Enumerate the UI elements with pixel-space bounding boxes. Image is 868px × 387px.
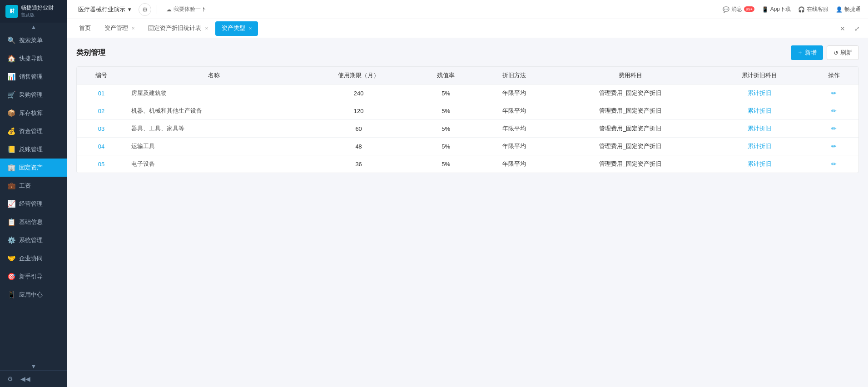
app-download-button[interactable]: 📱 App下载 xyxy=(762,5,791,13)
guide-icon: 🎯 xyxy=(7,273,15,281)
logo-icon: 财 xyxy=(5,5,18,18)
cell-action-0[interactable]: ✏ xyxy=(809,84,858,102)
col-actions: 操作 xyxy=(809,67,858,84)
tab-home[interactable]: 首页 xyxy=(73,20,97,37)
tab-depreciation-close[interactable]: × xyxy=(205,25,208,31)
cell-period-4: 36 xyxy=(302,155,415,173)
tab-asset-type[interactable]: 资产类型 × xyxy=(215,21,258,36)
cell-action-4[interactable]: ✏ xyxy=(809,155,858,173)
edit-icon[interactable]: ✏ xyxy=(831,160,837,168)
sidebar-item-salary[interactable]: 💼 工资 xyxy=(0,177,67,195)
cell-method-1: 年限平均 xyxy=(477,102,551,120)
messages-label: 消息 xyxy=(731,5,742,13)
edit-icon[interactable]: ✏ xyxy=(831,89,837,97)
chevron-down-icon: ▾ xyxy=(128,6,131,13)
sales-icon: 📊 xyxy=(7,73,15,81)
basic-info-icon: 📋 xyxy=(7,218,15,226)
cell-expense-1: 管理费用_固定资产折旧 xyxy=(551,102,709,120)
sidebar-item-operations[interactable]: 📈 经营管理 xyxy=(0,195,67,213)
sidebar-item-fixed-assets[interactable]: 🏢 固定资产 xyxy=(0,159,67,177)
cell-accumulated-4: 累计折旧 xyxy=(709,155,809,173)
refresh-button[interactable]: ↺ 刷新 xyxy=(827,45,859,60)
table-body: 01 房屋及建筑物 240 5% 年限平均 管理费用_固定资产折旧 累计折旧 ✏… xyxy=(77,84,858,173)
sidebar-item-quick-nav[interactable]: 🏠 快捷导航 xyxy=(0,50,67,68)
sidebar-nav: 🔍 搜索菜单 🏠 快捷导航 📊 销售管理 🛒 采购管理 📦 库存核算 💰 资金管… xyxy=(0,31,67,362)
expand-window-button[interactable]: ⤢ xyxy=(852,23,863,34)
page-header: 类别管理 ＋ 新增 ↺ 刷新 xyxy=(76,45,859,60)
refresh-icon: ↺ xyxy=(833,50,838,56)
sidebar-item-basic-info[interactable]: 📋 基础信息 xyxy=(0,213,67,231)
cell-method-2: 年限平均 xyxy=(477,120,551,138)
user-button[interactable]: 👤 畅捷通 xyxy=(836,5,861,13)
tab-depreciation-table[interactable]: 固定资产折旧统计表 × xyxy=(142,20,214,37)
cell-action-2[interactable]: ✏ xyxy=(809,120,858,138)
module-selector[interactable]: 医疗器械行业演示 ▾ xyxy=(74,4,135,15)
settings-icon[interactable]: ⚙ xyxy=(7,375,13,382)
app-label: App下载 xyxy=(770,5,791,13)
tab-asset-type-label: 资产类型 xyxy=(222,24,245,32)
sidebar-item-label: 新手引导 xyxy=(19,273,43,281)
sidebar-item-guide[interactable]: 🎯 新手引导 xyxy=(0,268,67,286)
col-method: 折旧方法 xyxy=(477,67,551,84)
table-row: 01 房屋及建筑物 240 5% 年限平均 管理费用_固定资产折旧 累计折旧 ✏ xyxy=(77,84,858,102)
cell-id-4: 05 xyxy=(77,155,126,173)
page-actions: ＋ 新增 ↺ 刷新 xyxy=(791,45,859,60)
sidebar-item-capital[interactable]: 💰 资金管理 xyxy=(0,122,67,140)
customer-service-button[interactable]: 🎧 在线客服 xyxy=(798,5,828,13)
cell-expense-2: 管理费用_固定资产折旧 xyxy=(551,120,709,138)
cell-name-1: 机器、机械和其他生产设备 xyxy=(126,102,303,120)
message-icon: 💬 xyxy=(723,6,729,13)
cell-name-3: 运输工具 xyxy=(126,138,303,155)
cell-accumulated-3: 累计折旧 xyxy=(709,138,809,155)
cell-method-4: 年限平均 xyxy=(477,155,551,173)
experience-button[interactable]: ☁ 我要体验一下 xyxy=(163,4,210,15)
purchase-icon: 🛒 xyxy=(7,91,15,99)
scroll-down-arrow[interactable]: ▼ xyxy=(0,362,67,370)
category-table: 编号 名称 使用期限（月） 残值率 折旧方法 费用科目 累计折旧科目 操作 01… xyxy=(76,66,859,173)
sidebar-item-system[interactable]: ⚙️ 系统管理 xyxy=(0,231,67,249)
tab-asset-type-close[interactable]: × xyxy=(249,25,252,31)
module-name: 医疗器械行业演示 xyxy=(78,5,125,14)
search-icon: 🔍 xyxy=(7,36,15,45)
cell-residual-0: 5% xyxy=(415,84,477,102)
col-name: 名称 xyxy=(126,67,303,84)
edit-icon[interactable]: ✏ xyxy=(831,107,837,114)
user-icon: 👤 xyxy=(836,6,843,13)
col-expense: 费用科目 xyxy=(551,67,709,84)
sidebar-item-ledger[interactable]: 📒 总账管理 xyxy=(0,140,67,159)
close-window-button[interactable]: ✕ xyxy=(837,23,848,34)
table-row: 03 器具、工具、家具等 60 5% 年限平均 管理费用_固定资产折旧 累计折旧… xyxy=(77,120,858,138)
scroll-up-arrow[interactable]: ▲ xyxy=(0,23,67,31)
edit-icon[interactable]: ✏ xyxy=(831,125,837,132)
content-area: 类别管理 ＋ 新增 ↺ 刷新 编号 名称 使用期限（月） xyxy=(67,38,868,387)
operations-icon: 📈 xyxy=(7,200,15,208)
sidebar-item-enterprise[interactable]: 🤝 企业协同 xyxy=(0,249,67,268)
settings-button[interactable]: ⚙ xyxy=(139,3,151,16)
sidebar-item-purchase[interactable]: 🛒 采购管理 xyxy=(0,86,67,104)
cell-residual-3: 5% xyxy=(415,138,477,155)
tabbar: 首页 资产管理 × 固定资产折旧统计表 × 资产类型 × ✕ ⤢ xyxy=(67,19,868,38)
sidebar-item-inventory[interactable]: 📦 库存核算 xyxy=(0,104,67,122)
collapse-icon[interactable]: ◀◀ xyxy=(20,375,30,382)
new-button[interactable]: ＋ 新增 xyxy=(791,45,823,60)
tab-asset-mgmt-close[interactable]: × xyxy=(132,25,134,31)
edit-icon[interactable]: ✏ xyxy=(831,143,837,150)
cell-action-3[interactable]: ✏ xyxy=(809,138,858,155)
sidebar-item-label: 总账管理 xyxy=(19,145,43,154)
cell-action-1[interactable]: ✏ xyxy=(809,102,858,120)
sidebar-item-sales[interactable]: 📊 销售管理 xyxy=(0,68,67,86)
tab-asset-mgmt[interactable]: 资产管理 × xyxy=(98,20,141,37)
sidebar-item-app-center[interactable]: 📱 应用中心 xyxy=(0,286,67,304)
cell-name-2: 器具、工具、家具等 xyxy=(126,120,303,138)
fixed-assets-icon: 🏢 xyxy=(7,164,15,172)
messages-button[interactable]: 💬 消息 99+ xyxy=(723,5,754,13)
cell-id-1: 02 xyxy=(77,102,126,120)
cell-method-3: 年限平均 xyxy=(477,138,551,155)
topbar-right: 💬 消息 99+ 📱 App下载 🎧 在线客服 👤 畅捷通 xyxy=(723,5,861,13)
col-accumulated: 累计折旧科目 xyxy=(709,67,809,84)
cell-residual-1: 5% xyxy=(415,102,477,120)
sidebar-item-search[interactable]: 🔍 搜索菜单 xyxy=(0,31,67,50)
cell-period-2: 60 xyxy=(302,120,415,138)
service-label: 在线客服 xyxy=(807,5,828,13)
inventory-icon: 📦 xyxy=(7,109,15,117)
